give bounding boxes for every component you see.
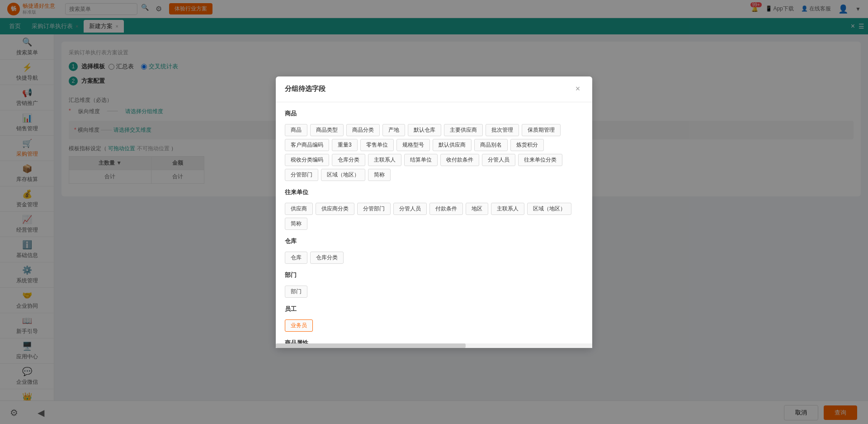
field-tag-supervisor[interactable]: 分管人员 xyxy=(482,154,515,166)
field-tag-warehouse[interactable]: 仓库 xyxy=(285,252,307,264)
modal-overlay: 分组待选字段 × 商品 商品 商品类型 商品分类 产地 默认仓库 主要供应商 批… xyxy=(0,0,868,424)
section-employee: 员工 业务员 xyxy=(285,305,583,332)
field-selection-modal: 分组待选字段 × 商品 商品 商品类型 商品分类 产地 默认仓库 主要供应商 批… xyxy=(276,76,592,348)
field-tag-main-supplier[interactable]: 主要供应商 xyxy=(444,124,483,136)
field-tag-mgmt-dept[interactable]: 分管部门 xyxy=(357,203,391,215)
employee-field-tags: 业务员 xyxy=(285,319,583,332)
field-tag-origin[interactable]: 产地 xyxy=(382,124,405,136)
field-tag-mgmt-person[interactable]: 分管人员 xyxy=(393,203,427,215)
section-goods: 商品 商品 商品类型 商品分类 产地 默认仓库 主要供应商 批次管理 保质期管理… xyxy=(285,110,583,181)
field-tag-expiry-mgmt[interactable]: 保质期管理 xyxy=(522,124,561,136)
field-tag-payment-terms[interactable]: 收付款条件 xyxy=(440,154,479,166)
counterparty-field-tags: 供应商 供应商分类 分管部门 分管人员 付款条件 地区 主联系人 区域（地区） … xyxy=(285,203,583,230)
field-tag-short-name[interactable]: 简称 xyxy=(368,169,391,181)
section-goods-attr-title: 商品属性 xyxy=(285,339,583,343)
field-tag-supplier[interactable]: 供应商 xyxy=(285,203,313,215)
field-tag-area[interactable]: 地区 xyxy=(466,203,488,215)
section-goods-attr: 商品属性 属性 颜色 多规格 尺码 鞋码 1 xyxy=(285,339,583,343)
field-tag-region-cp[interactable]: 区域（地区） xyxy=(527,203,571,215)
modal-header: 分组待选字段 × xyxy=(276,76,592,102)
field-tag-warehouse-category[interactable]: 仓库分类 xyxy=(332,154,365,166)
section-department-title: 部门 xyxy=(285,271,583,281)
field-tag-main-contact[interactable]: 主联系人 xyxy=(368,154,401,166)
field-tag-warehouse-cat[interactable]: 仓库分类 xyxy=(310,252,344,264)
field-tag-spec-model[interactable]: 规格型号 xyxy=(396,139,430,151)
modal-body: 商品 商品 商品类型 商品分类 产地 默认仓库 主要供应商 批次管理 保质期管理… xyxy=(276,102,592,343)
field-tag-dept[interactable]: 分管部门 xyxy=(285,169,318,181)
section-warehouse-title: 仓库 xyxy=(285,237,583,247)
section-counterparty-title: 往来单位 xyxy=(285,188,583,198)
goods-field-tags: 商品 商品类型 商品分类 产地 默认仓库 主要供应商 批次管理 保质期管理 客户… xyxy=(285,124,583,181)
field-tag-weight3[interactable]: 重量3 xyxy=(332,139,358,151)
field-tag-default-warehouse[interactable]: 默认仓库 xyxy=(408,124,441,136)
field-tag-short-name-cp[interactable]: 简称 xyxy=(285,218,307,230)
section-employee-title: 员工 xyxy=(285,305,583,315)
field-tag-supplier-category[interactable]: 供应商分类 xyxy=(316,203,354,215)
field-tag-goods-alias[interactable]: 商品别名 xyxy=(474,139,508,151)
field-tag-smelt-points[interactable]: 炼货积分 xyxy=(510,139,544,151)
department-field-tags: 部门 xyxy=(285,286,583,298)
field-tag-salesperson[interactable]: 业务员 xyxy=(285,319,313,332)
hscroll-thumb xyxy=(276,343,466,348)
field-tag-region[interactable]: 区域（地区） xyxy=(321,169,365,181)
field-tag-goods-category[interactable]: 商品分类 xyxy=(346,124,380,136)
field-tag-customer-code[interactable]: 客户商品编码 xyxy=(285,139,329,151)
field-tag-goods-type[interactable]: 商品类型 xyxy=(310,124,344,136)
field-tag-goods[interactable]: 商品 xyxy=(285,124,307,136)
field-tag-department[interactable]: 部门 xyxy=(285,286,307,298)
section-department: 部门 部门 xyxy=(285,271,583,298)
warehouse-field-tags: 仓库 仓库分类 xyxy=(285,252,583,264)
modal-horizontal-scrollbar[interactable] xyxy=(276,343,592,348)
field-tag-batch-mgmt[interactable]: 批次管理 xyxy=(486,124,519,136)
field-tag-tax-code[interactable]: 税收分类编码 xyxy=(285,154,329,166)
section-warehouse: 仓库 仓库 仓库分类 xyxy=(285,237,583,264)
section-counterparty: 往来单位 供应商 供应商分类 分管部门 分管人员 付款条件 地区 主联系人 区域… xyxy=(285,188,583,230)
section-goods-title: 商品 xyxy=(285,110,583,119)
field-tag-retail-unit[interactable]: 零售单位 xyxy=(360,139,394,151)
field-tag-settlement-unit[interactable]: 结算单位 xyxy=(404,154,438,166)
field-tag-main-contact-cp[interactable]: 主联系人 xyxy=(491,203,524,215)
field-tag-counterparty-category[interactable]: 往来单位分类 xyxy=(518,154,562,166)
modal-title: 分组待选字段 xyxy=(285,85,326,93)
field-tag-pay-condition[interactable]: 付款条件 xyxy=(429,203,463,215)
field-tag-default-supplier[interactable]: 默认供应商 xyxy=(433,139,472,151)
modal-close-button[interactable]: × xyxy=(572,84,583,95)
